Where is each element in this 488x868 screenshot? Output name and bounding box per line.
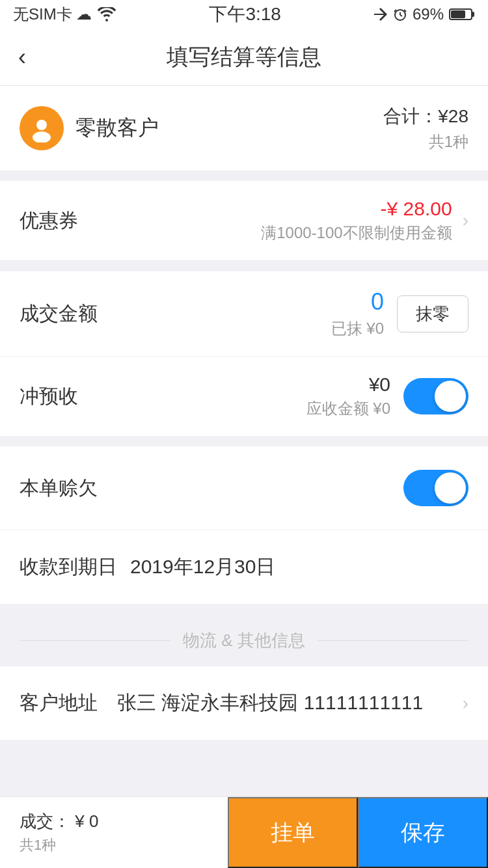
bottom-deal: 成交： ¥ 0 — [20, 810, 208, 833]
toggle-knob — [435, 381, 466, 412]
credit-row: 本单赊欠 — [0, 446, 488, 530]
status-time: 下午3:18 — [209, 2, 281, 27]
address-label: 客户地址 — [20, 690, 98, 716]
bottom-deal-value: ¥ 0 — [75, 811, 98, 831]
prepay-toggle[interactable] — [403, 378, 468, 414]
address-value: 张三 海淀永丰科技园 11111111111 — [117, 690, 463, 716]
coupon-label: 优惠券 — [20, 208, 78, 234]
customer-info: 零散客户 — [20, 106, 159, 150]
transaction-row: 成交金额 0 已抹 ¥0 抹零 — [0, 271, 488, 357]
prepay-amounts: ¥0 应收金额 ¥0 — [306, 373, 390, 419]
page-title: 填写结算等信息 — [167, 42, 321, 72]
customer-row: 零散客户 合计：¥28 共1种 — [0, 86, 488, 170]
coupon-section: 优惠券 -¥ 28.00 满1000-100不限制使用金额 › — [0, 181, 488, 261]
back-button[interactable]: ‹ — [18, 44, 26, 71]
prepay-right: ¥0 应收金额 ¥0 — [306, 373, 468, 419]
logistics-text: 物流 & 其他信息 — [170, 629, 318, 652]
save-button[interactable]: 保存 — [358, 797, 488, 868]
content-area: 零散客户 合计：¥28 共1种 优惠券 -¥ 28.00 满1000-100不限… — [0, 86, 488, 828]
due-date-row: 收款到期日 2019年12月30日 — [0, 530, 488, 604]
wifi-icon — [97, 7, 116, 21]
total-count: 共1种 — [383, 131, 468, 152]
avatar — [20, 106, 64, 150]
svg-rect-5 — [451, 10, 465, 18]
svg-point-6 — [36, 120, 47, 130]
nav-bar: ‹ 填写结算等信息 — [0, 29, 488, 86]
status-right: 69% — [373, 5, 475, 23]
credit-label: 本单赊欠 — [20, 475, 98, 502]
due-date-label: 收款到期日 — [20, 554, 117, 580]
bottom-count: 共1种 — [20, 835, 208, 855]
battery-icon — [449, 7, 475, 21]
credit-toggle[interactable] — [403, 470, 468, 506]
round-button[interactable]: 抹零 — [397, 295, 468, 332]
address-row[interactable]: 客户地址 张三 海淀永丰科技园 11111111111 › — [0, 666, 488, 740]
coupon-row[interactable]: 优惠券 -¥ 28.00 满1000-100不限制使用金额 › — [0, 181, 488, 261]
address-section: 客户地址 张三 海淀永丰科技园 11111111111 › — [0, 666, 488, 740]
transaction-value: 0 — [331, 288, 384, 316]
credit-toggle-knob — [435, 472, 466, 504]
svg-rect-4 — [472, 12, 474, 17]
transaction-section: 成交金额 0 已抹 ¥0 抹零 冲预收 ¥0 应收金额 ¥0 — [0, 271, 488, 436]
coupon-subtext: 满1000-100不限制使用金额 — [261, 223, 452, 243]
prepay-receivable: 应收金额 ¥0 — [306, 398, 390, 419]
total-label: 合计：¥28 — [383, 104, 468, 129]
svg-line-2 — [400, 15, 402, 16]
sim-label: 无SIM卡 ☁ — [13, 4, 92, 25]
battery-label: 69% — [413, 5, 444, 23]
bottom-info: 成交： ¥ 0 共1种 — [0, 810, 228, 855]
coupon-chevron-icon: › — [463, 210, 468, 231]
bottom-deal-label: 成交： — [20, 811, 70, 831]
coupon-right: -¥ 28.00 满1000-100不限制使用金额 › — [261, 198, 468, 243]
transaction-right: 0 已抹 ¥0 抹零 — [331, 288, 468, 339]
prepay-amount: ¥0 — [306, 373, 390, 396]
location-icon — [373, 7, 388, 21]
bottom-bar: 成交： ¥ 0 共1种 挂单 保存 — [0, 796, 488, 868]
transaction-values: 0 已抹 ¥0 — [331, 288, 384, 339]
bottom-actions: 挂单 保存 — [228, 797, 488, 868]
svg-point-7 — [33, 131, 51, 142]
coupon-value: -¥ 28.00 — [261, 198, 452, 220]
already-deducted: 已抹 ¥0 — [331, 318, 384, 339]
customer-name: 零散客户 — [75, 114, 159, 142]
prepay-row: 冲预收 ¥0 应收金额 ¥0 — [0, 357, 488, 436]
transaction-label: 成交金额 — [20, 301, 98, 327]
alarm-icon — [393, 7, 407, 21]
avatar-icon — [27, 114, 56, 142]
credit-section: 本单赊欠 收款到期日 2019年12月30日 — [0, 446, 488, 604]
customer-totals: 合计：¥28 共1种 — [383, 104, 468, 152]
hold-button[interactable]: 挂单 — [228, 797, 358, 868]
status-left: 无SIM卡 ☁ — [13, 4, 116, 25]
logistics-divider: 物流 & 其他信息 — [0, 614, 488, 666]
status-bar: 无SIM卡 ☁ 下午3:18 69% — [0, 0, 488, 29]
coupon-values: -¥ 28.00 满1000-100不限制使用金额 — [261, 198, 452, 243]
due-date-value: 2019年12月30日 — [130, 554, 275, 580]
address-chevron-icon: › — [463, 693, 468, 714]
prepay-label: 冲预收 — [20, 383, 78, 410]
